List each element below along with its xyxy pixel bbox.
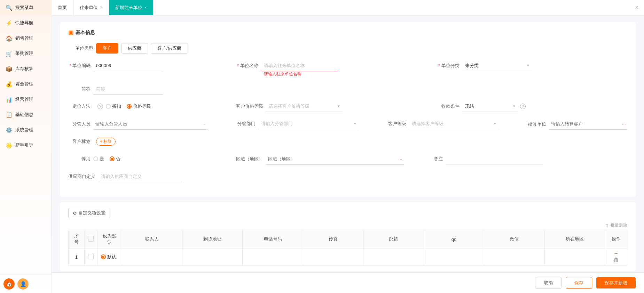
save-button[interactable]: 保存 (566, 277, 592, 289)
abbr-label: 简称 (68, 83, 93, 95)
col-checkbox (84, 230, 97, 249)
disabled-yes-radio[interactable]: 是 (93, 156, 104, 162)
sidebar-item-label: 资金管理 (15, 81, 33, 87)
unit-name-input[interactable] (261, 60, 338, 71)
sidebar-item-guide[interactable]: 🌟 新手引导 (0, 138, 51, 153)
customer-price-select[interactable]: 请选择客户价格等级 ▾ (266, 101, 343, 112)
col-region: 所在地区 (544, 230, 605, 249)
unit-name-label: 单位名称 (236, 60, 261, 71)
disabled-no-radio[interactable]: 否 (110, 156, 120, 162)
row-fax[interactable] (303, 249, 363, 266)
unit-type-label: 单位类型 (68, 43, 96, 54)
tag-add-btn[interactable]: + 标签 (96, 138, 116, 146)
discount-radio-circle (106, 104, 111, 109)
row-qq[interactable] (424, 249, 484, 266)
tab-home[interactable]: 首页 (52, 0, 73, 15)
settlement-more-btn[interactable]: ··· (620, 121, 627, 127)
customer-level-select[interactable]: 请选择客户等级 ▾ (409, 118, 498, 129)
sidebar-item-inventory[interactable]: 📦 库存核算 (0, 61, 51, 76)
col-action: 操作 (605, 230, 627, 249)
unit-category-arrow: ▾ (527, 63, 529, 68)
tab-add-unit[interactable]: 新增往来单位 × (109, 0, 154, 15)
sidebar-item-purchase[interactable]: 🛒 采购管理 (0, 46, 51, 61)
row-address[interactable] (182, 249, 242, 266)
row-wechat[interactable] (484, 249, 544, 266)
sidebar-item-label: 经营管理 (15, 96, 33, 103)
remark-input[interactable] (446, 153, 543, 164)
sidebar-item-search[interactable]: 🔍 搜索菜单 (0, 0, 51, 15)
row-phone[interactable] (243, 249, 303, 266)
row-delete-btn[interactable]: 🗑 (612, 257, 620, 263)
tab-unit-list[interactable]: 往来单位 × (73, 0, 109, 15)
abbr-row: 简称 (68, 83, 627, 95)
col-qq: qq (424, 230, 484, 249)
abbr-input[interactable] (93, 83, 163, 95)
dept-select[interactable]: 请输入分管部门 ▾ (258, 118, 359, 129)
manager-more-btn[interactable]: ··· (201, 121, 208, 127)
sidebar-item-finance[interactable]: 💰 资金管理 (0, 76, 51, 92)
chart-icon: 📊 (6, 96, 13, 103)
row-region[interactable] (544, 249, 605, 266)
row-email[interactable] (363, 249, 424, 266)
supplier-custom-input[interactable] (98, 171, 182, 182)
row-action: + 🗑 (605, 249, 627, 266)
manager-label: 分管人员 (68, 119, 93, 130)
unit-code-input[interactable] (93, 60, 163, 71)
manager-input[interactable] (93, 118, 201, 129)
sidebar-item-label: 新手引导 (15, 142, 33, 148)
customer-level-arrow: ▾ (494, 121, 496, 126)
unit-code-label: 单位编码 (68, 60, 93, 71)
row-add-btn[interactable]: + (613, 251, 619, 257)
box-icon: 📦 (6, 65, 13, 72)
sidebar-item-basic-info[interactable]: 📋 基础信息 (0, 107, 51, 122)
sidebar-item-label: 销售管理 (15, 35, 33, 41)
tab-unit-list-close[interactable]: × (100, 5, 102, 10)
unit-type-group: 客户 供应商 客户/供应商 (96, 43, 188, 54)
sidebar-item-label: 搜索菜单 (15, 5, 33, 11)
batch-delete-label[interactable]: 批量删除 (611, 222, 627, 228)
close-all-tabs[interactable]: × (630, 5, 644, 11)
payment-help-icon[interactable]: ? (520, 104, 526, 109)
unit-btn-both[interactable]: 客户/供应商 (151, 43, 188, 54)
sidebar-item-operations[interactable]: 📊 经营管理 (0, 92, 51, 107)
custom-settings-btn[interactable]: ⚙ 自定义项设置 (68, 208, 110, 218)
cancel-button[interactable]: 取消 (535, 277, 561, 289)
sidebar: 🔍 搜索菜单 ⚡ 快捷导航 🏠 销售管理 🛒 采购管理 📦 库存核算 💰 资金管… (0, 0, 52, 293)
sidebar-item-label: 基础信息 (15, 112, 33, 118)
save-new-button[interactable]: 保存并新增 (596, 277, 636, 288)
custom-settings-label: 自定义项设置 (78, 210, 105, 216)
sidebar-item-system[interactable]: ⚙️ 系统管理 (0, 122, 51, 138)
tab-add-unit-close[interactable]: × (144, 5, 147, 10)
row-seq: 1 (69, 249, 85, 266)
disabled-region-row: 停用 是 否 区域（地区） (68, 153, 627, 165)
col-phone: 电话号码 (243, 230, 303, 249)
sidebar-home-btn[interactable]: 🏠 (3, 278, 15, 290)
unit-type-row: 单位类型 客户 供应商 客户/供应商 (68, 43, 627, 54)
unit-btn-customer[interactable]: 客户 (96, 43, 118, 54)
sidebar-item-label: 库存核算 (15, 66, 33, 72)
supplier-custom-label: 供应商自定义 (68, 171, 98, 182)
region-more-btn[interactable]: ··· (397, 156, 404, 162)
sidebar-item-quick-nav[interactable]: ⚡ 快捷导航 (0, 15, 51, 31)
region-input[interactable] (266, 153, 397, 164)
pricing-level-radio[interactable]: 价格等级 (127, 103, 151, 109)
payment-terms-label: 收款条件 (437, 101, 462, 112)
settlement-input[interactable] (549, 118, 620, 129)
tags-row: 客户标签 + 标签 (68, 136, 627, 147)
row-default-label: 默认 (107, 254, 116, 260)
pricing-discount-radio[interactable]: 折扣 (106, 103, 121, 109)
row-checkbox[interactable] (84, 249, 97, 266)
settlement-label: 结算单位 (527, 119, 549, 130)
col-address: 到货地址 (182, 230, 242, 249)
customer-price-placeholder: 请选择客户价格等级 (269, 103, 309, 109)
row-contact[interactable] (122, 249, 182, 266)
star-icon: 🌟 (6, 142, 13, 149)
level-radio-circle (127, 104, 132, 109)
unit-category-select[interactable]: 未分类 ▾ (462, 60, 532, 71)
payment-terms-select[interactable]: 现结 ▾ (462, 101, 518, 112)
sidebar-item-sales[interactable]: 🏠 销售管理 (0, 31, 51, 46)
pricing-help-icon[interactable]: ? (97, 104, 103, 109)
unit-btn-supplier[interactable]: 供应商 (121, 43, 148, 54)
footer: 取消 保存 保存并新增 (52, 272, 644, 293)
sidebar-user-btn[interactable]: 👤 (17, 278, 29, 290)
